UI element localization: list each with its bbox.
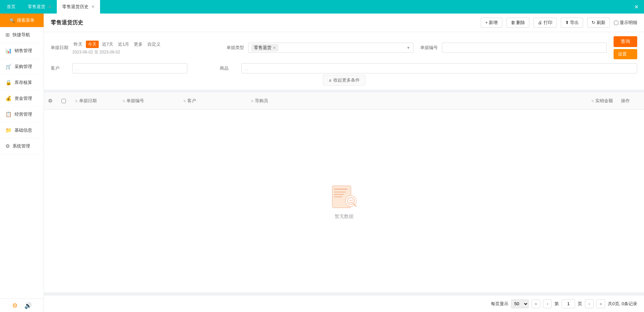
sidebar-menu: ⊞ 快捷导航 📊 销售管理 🛒 采购管理 🔒 库存核算 💰 资金管理 📋 [0, 27, 44, 298]
tab-retail-return[interactable]: 零售退货 ✕ [22, 0, 57, 14]
window-close-icon[interactable]: ✕ [634, 4, 639, 10]
col-date-label: 单据日期 [79, 98, 97, 104]
col-customer: ⇅ 客户 [179, 95, 247, 107]
customer-select[interactable]: ... [72, 63, 187, 73]
col-amount: ⇅ 实销金额 [576, 95, 617, 107]
shortcut-more[interactable]: 更多 [133, 41, 144, 48]
close-tab-retail-return[interactable]: ✕ [48, 4, 51, 9]
sidebar-item-basic-info[interactable]: 📁 基础信息 [0, 122, 44, 138]
system-mgmt-icon: ⚙ [5, 143, 10, 149]
collapse-label: 收起更多条件 [333, 77, 360, 83]
sidebar-search[interactable]: 🔍 搜索菜单 [0, 14, 44, 27]
sidebar-item-purchase-mgmt[interactable]: 🛒 采购管理 [0, 59, 44, 75]
goods-ellipsis: ... [244, 66, 248, 71]
doc-type-filter: 单据类型 零售退货 ✕ ▼ [226, 43, 413, 53]
goods-label: 商品 [220, 65, 239, 71]
settings-button[interactable]: 设置 [614, 49, 637, 59]
export-button[interactable]: ⬆ 导出 [561, 18, 583, 28]
new-button[interactable]: + 新增 [481, 18, 502, 28]
volume-icon[interactable]: 🔊 [24, 302, 32, 309]
filter-row-1: 单据日期 昨天 今天 近7天 近1月 更多 自定义 2023-06-02 至 2… [51, 36, 637, 59]
sidebar-item-finance[interactable]: 💰 资金管理 [0, 91, 44, 107]
sidebar-item-label-operations: 经营管理 [15, 111, 32, 117]
page-title: 零售退货历史 [51, 19, 83, 26]
page-unit-label: 页 [578, 301, 582, 307]
sort-customer-icon[interactable]: ⇅ [183, 99, 186, 103]
sidebar-item-system-mgmt[interactable]: ⚙ 系统管理 [0, 138, 44, 154]
col-amount-label: 实销金额 [595, 98, 613, 104]
filter-buttons: 查询 设置 [614, 36, 637, 59]
doc-number-input[interactable] [442, 43, 607, 53]
refresh-button[interactable]: ↻ 刷新 [587, 18, 610, 28]
sidebar: 🔍 搜索菜单 ⊞ 快捷导航 📊 销售管理 🛒 采购管理 🔒 库存核算 💰 [0, 14, 44, 312]
sidebar-item-inventory[interactable]: 🔒 库存核算 [0, 75, 44, 91]
settings-icon[interactable]: ⚙ [12, 302, 18, 309]
col-actions: 操作 [617, 95, 644, 107]
date-range-display: 2023-06-02 至 2023-06-02 [72, 49, 162, 55]
table-settings-icon[interactable]: ⚙ [48, 98, 52, 104]
empty-state-text: 暂无数据 [335, 214, 354, 220]
sidebar-item-label-system-mgmt: 系统管理 [13, 143, 30, 149]
sort-number-icon[interactable]: ⇅ [122, 99, 125, 103]
col-date: ⇅ 单据日期 [71, 95, 118, 107]
pagination-summary: 共0页, 0条记录 [608, 301, 637, 307]
delete-button[interactable]: 🗑 删除 [506, 18, 530, 28]
shortcut-today[interactable]: 今天 [86, 41, 99, 48]
per-page-select[interactable]: 20 50 100 [511, 299, 529, 308]
operations-icon: 📋 [5, 111, 12, 117]
sidebar-bottom: ⚙ 🔊 [0, 298, 44, 312]
doc-type-select[interactable]: 零售退货 ✕ ▼ [248, 43, 413, 53]
svg-rect-4 [334, 196, 342, 197]
tab-home[interactable]: 首页 [0, 0, 22, 14]
sidebar-item-label-finance: 资金管理 [15, 95, 32, 102]
col-customer-label: 客户 [187, 98, 196, 104]
sidebar-item-label-purchase-mgmt: 采购管理 [15, 64, 32, 70]
data-table: ⚙ ⇅ 单据日期 ⇅ 单据编号 ⇅ 客户 ⇅ [44, 92, 644, 292]
shortcut-yesterday[interactable]: 昨天 [72, 41, 84, 48]
main-layout: 🔍 搜索菜单 ⊞ 快捷导航 📊 销售管理 🛒 采购管理 🔒 库存核算 💰 [0, 14, 644, 312]
per-page-label: 每页显示 [491, 301, 508, 307]
shortcut-last1month[interactable]: 近1月 [117, 41, 130, 48]
page-input[interactable] [562, 299, 575, 308]
col-number-label: 单据编号 [126, 98, 144, 104]
tab-retail-return-history[interactable]: 零售退货历史 ✕ [57, 0, 100, 14]
sort-date-icon[interactable]: ⇅ [75, 99, 78, 103]
svg-point-9 [351, 200, 352, 201]
col-actions-label: 操作 [621, 98, 630, 104]
shortcut-last7days[interactable]: 近7天 [101, 41, 115, 48]
sidebar-item-sales-mgmt[interactable]: 📊 销售管理 [0, 43, 44, 59]
page-actions: + 新增 🗑 删除 🖨 打印 ⬆ 导出 ↻ 刷新 显示明细 [481, 18, 637, 28]
display-toggle-checkbox[interactable] [614, 21, 618, 25]
sidebar-item-label-inventory: 库存核算 [15, 80, 32, 86]
shortcut-custom[interactable]: 自定义 [146, 41, 162, 48]
collapse-icon: ∧ [329, 78, 332, 83]
next-page-button[interactable]: › [585, 299, 594, 308]
sidebar-item-quick-nav[interactable]: ⊞ 快捷导航 [0, 27, 44, 43]
svg-rect-3 [334, 194, 344, 195]
customer-filter: 客户 ... [51, 63, 213, 73]
page-header: 零售退货历史 + 新增 🗑 删除 🖨 打印 ⬆ 导出 ↻ 刷新 显示明细 [44, 14, 644, 32]
sidebar-item-label-quick-nav: 快捷导航 [13, 32, 30, 38]
first-page-button[interactable]: « [531, 299, 540, 308]
sort-amount-icon[interactable]: ⇅ [591, 99, 594, 103]
display-toggle-label: 显示明细 [620, 20, 637, 26]
sort-guide-icon[interactable]: ⇅ [251, 99, 254, 103]
last-page-button[interactable]: » [596, 299, 605, 308]
col-settings: ⚙ [44, 95, 57, 107]
goods-select[interactable]: ... [241, 63, 637, 73]
purchase-mgmt-icon: 🛒 [5, 64, 12, 70]
query-button[interactable]: 查询 [614, 36, 637, 47]
inventory-icon: 🔒 [5, 80, 12, 86]
prev-page-button[interactable]: ‹ [543, 299, 552, 308]
select-all-checkbox[interactable] [62, 99, 66, 103]
main-content: 零售退货历史 + 新增 🗑 删除 🖨 打印 ⬆ 导出 ↻ 刷新 显示明细 单据日… [44, 14, 644, 312]
window-close-btn[interactable]: ✕ [634, 4, 639, 10]
sidebar-item-label-sales-mgmt: 销售管理 [15, 48, 32, 54]
collapse-button[interactable]: ∧ 收起更多条件 [323, 75, 365, 86]
print-button[interactable]: 🖨 打印 [533, 18, 557, 28]
sidebar-item-operations[interactable]: 📋 经营管理 [0, 107, 44, 122]
doc-type-tag-remove[interactable]: ✕ [273, 46, 276, 50]
filter-row-2: 客户 ... 商品 ... [51, 63, 637, 73]
top-bar: 首页 零售退货 ✕ 零售退货历史 ✕ ✕ [0, 0, 644, 14]
close-tab-retail-return-history[interactable]: ✕ [91, 4, 95, 9]
